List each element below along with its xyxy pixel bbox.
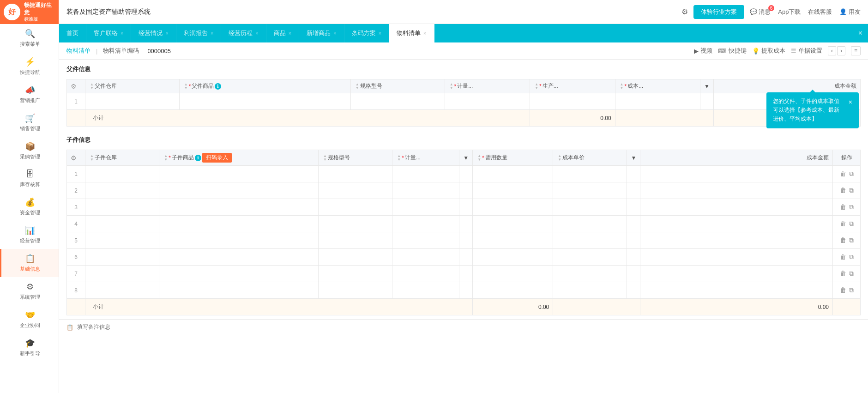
child-unit-cell[interactable]	[392, 199, 459, 216]
tab-bom[interactable]: 物料清单 ×	[389, 24, 434, 42]
copy-icon[interactable]: ⧉	[849, 220, 854, 228]
tab-profit[interactable]: 利润报告 ×	[176, 24, 221, 42]
child-unit-cost-cell[interactable]	[553, 166, 627, 182]
child-goods-cell[interactable]	[159, 216, 319, 232]
child-unit-cell[interactable]	[392, 249, 459, 266]
sidebar-item-guide[interactable]: 🎓 新手引导	[0, 333, 59, 362]
child-unit-sort-cell[interactable]	[459, 216, 473, 232]
delete-icon[interactable]: 🗑	[840, 203, 846, 211]
tab-goods[interactable]: 商品 ×	[266, 24, 299, 42]
child-unit-sort-cell[interactable]	[459, 266, 473, 282]
sidebar-item-inventory[interactable]: 🗄 库存核算	[0, 165, 59, 193]
child-cost-sort-cell[interactable]	[627, 232, 640, 249]
view-video-btn[interactable]: ▶ 视频	[694, 47, 712, 55]
child-warehouse-cell[interactable]	[85, 166, 159, 182]
delete-icon[interactable]: 🗑	[840, 220, 846, 228]
child-cost-sort-cell[interactable]	[627, 266, 640, 282]
sidebar-item-operations[interactable]: 📊 经营管理	[0, 221, 59, 249]
delete-icon[interactable]: 🗑	[840, 270, 846, 278]
child-unit-cost-cell[interactable]	[553, 199, 627, 216]
parent-col-settings[interactable]: ⚙	[67, 79, 85, 93]
tab-goods-close[interactable]: ×	[289, 30, 291, 36]
shortcut-btn[interactable]: ⌨ 快捷键	[718, 47, 747, 55]
child-goods-cell[interactable]	[159, 166, 319, 182]
child-goods-cell[interactable]	[159, 249, 319, 266]
child-unit-cell[interactable]	[392, 166, 459, 182]
child-goods-cell[interactable]	[159, 282, 319, 299]
child-unit-cost-cell[interactable]	[553, 282, 627, 299]
child-warehouse-cell[interactable]	[85, 232, 159, 249]
delete-icon[interactable]: 🗑	[840, 187, 846, 194]
child-qty-cell[interactable]	[473, 182, 553, 199]
child-goods-cell[interactable]	[159, 182, 319, 199]
copy-icon[interactable]: ⧉	[849, 236, 854, 244]
child-unit-sort-cell[interactable]	[459, 249, 473, 266]
single-settings-btn[interactable]: ☰ 单据设置	[791, 47, 822, 55]
delete-icon[interactable]: 🗑	[840, 286, 846, 294]
child-cost-sort-cell[interactable]	[627, 282, 640, 299]
child-warehouse-cell[interactable]	[85, 216, 159, 232]
child-unit-cell[interactable]	[392, 266, 459, 282]
parent-goods-cell[interactable]	[179, 93, 350, 110]
sidebar-item-basic-info[interactable]: 📋 基础信息	[0, 249, 59, 277]
child-qty-cell[interactable]	[473, 199, 553, 216]
child-unit-sort-cell[interactable]	[459, 182, 473, 199]
child-cost-sort-cell[interactable]	[627, 166, 640, 182]
tab-profit-close[interactable]: ×	[211, 30, 213, 36]
sidebar-item-quick-nav[interactable]: ⚡ 快捷导航	[0, 52, 59, 80]
sidebar-item-sales[interactable]: 🛒 销售管理	[0, 109, 59, 137]
copy-icon[interactable]: ⧉	[849, 286, 854, 294]
copy-icon[interactable]: ⧉	[849, 187, 854, 194]
child-cost-sort-cell[interactable]	[627, 199, 640, 216]
try-industry-button[interactable]: 体验行业方案	[693, 5, 744, 19]
parent-unit-cell[interactable]	[445, 93, 530, 110]
child-warehouse-cell[interactable]	[85, 282, 159, 299]
child-qty-cell[interactable]	[473, 216, 553, 232]
child-unit-cell[interactable]	[392, 232, 459, 249]
child-column-settings-icon[interactable]: ⚙	[71, 154, 77, 162]
child-warehouse-cell[interactable]	[85, 199, 159, 216]
copy-icon[interactable]: ⧉	[849, 270, 854, 278]
delete-icon[interactable]: 🗑	[840, 170, 846, 178]
tab-barcode-close[interactable]: ×	[379, 30, 381, 36]
tab-operations-close[interactable]: ×	[165, 30, 168, 36]
app-download-link[interactable]: App下载	[778, 8, 801, 16]
user-avatar[interactable]: 👤 用友	[839, 8, 861, 16]
sidebar-item-finance[interactable]: 💰 资金管理	[0, 193, 59, 221]
tab-customer-close[interactable]: ×	[121, 30, 123, 36]
child-spec-cell[interactable]	[319, 282, 392, 299]
child-unit-cell[interactable]	[392, 182, 459, 199]
tab-home[interactable]: 首页	[59, 24, 86, 42]
sidebar-item-purchase[interactable]: 📦 采购管理	[0, 137, 59, 165]
next-arrow[interactable]: ›	[837, 46, 845, 55]
child-unit-cost-cell[interactable]	[553, 249, 627, 266]
copy-icon[interactable]: ⧉	[849, 253, 854, 261]
child-qty-cell[interactable]	[473, 282, 553, 299]
tab-history[interactable]: 经营历程 ×	[221, 24, 266, 42]
child-spec-cell[interactable]	[319, 216, 392, 232]
child-spec-cell[interactable]	[319, 166, 392, 182]
child-qty-cell[interactable]	[473, 232, 553, 249]
child-spec-cell[interactable]	[319, 232, 392, 249]
child-cost-sort-cell[interactable]	[627, 182, 640, 199]
child-spec-cell[interactable]	[319, 199, 392, 216]
child-cost-sort-cell[interactable]	[627, 216, 640, 232]
child-unit-sort-cell[interactable]	[459, 199, 473, 216]
child-col-settings[interactable]: ⚙	[67, 150, 85, 166]
menu-icon[interactable]: ≡	[851, 46, 861, 55]
child-unit-cost-cell[interactable]	[553, 216, 627, 232]
tab-new-goods[interactable]: 新增商品 ×	[299, 24, 344, 42]
child-spec-cell[interactable]	[319, 182, 392, 199]
extract-cost-btn[interactable]: 💡 提取成本	[752, 47, 785, 55]
child-goods-cell[interactable]	[159, 199, 319, 216]
sidebar-item-enterprise[interactable]: 🤝 企业协同	[0, 305, 59, 333]
child-unit-sort-cell[interactable]	[459, 282, 473, 299]
child-unit-sort-cell[interactable]	[459, 232, 473, 249]
message-badge[interactable]: 💬 消息 6	[750, 8, 771, 16]
child-spec-cell[interactable]	[319, 249, 392, 266]
tab-new-goods-close[interactable]: ×	[333, 30, 336, 36]
tab-history-close[interactable]: ×	[255, 30, 258, 36]
child-unit-cost-cell[interactable]	[553, 182, 627, 199]
tab-barcode[interactable]: 条码方案 ×	[344, 24, 389, 42]
parent-produce-cell[interactable]	[530, 93, 615, 110]
